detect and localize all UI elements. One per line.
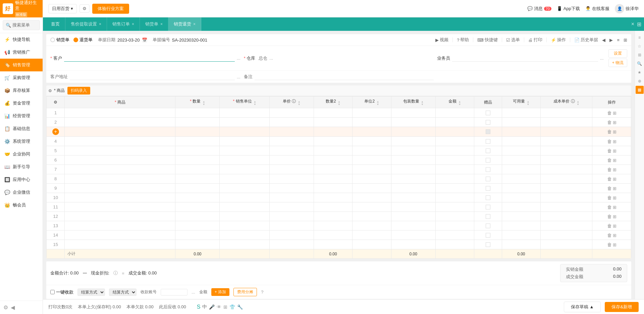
save-draft-btn[interactable]: 保存草稿 ▲ bbox=[564, 302, 601, 312]
cell-gift[interactable] bbox=[474, 212, 502, 221]
add-payment-btn[interactable]: + 添加 bbox=[211, 288, 229, 296]
price-sort-icon[interactable]: ▲▼ bbox=[298, 101, 301, 106]
copy-row-btn[interactable]: ⊞ bbox=[613, 205, 616, 210]
search-menu-area[interactable]: 🔍 搜索菜单 bbox=[0, 17, 43, 33]
fee-split-btn[interactable]: 费用分摊 bbox=[233, 288, 257, 296]
cell-gift[interactable] bbox=[474, 127, 502, 137]
salesperson-dots-btn[interactable]: ... bbox=[600, 56, 604, 61]
table-settings-icon[interactable]: ⚙ bbox=[48, 88, 52, 93]
gift-checkbox[interactable] bbox=[486, 177, 490, 181]
cell-gift[interactable] bbox=[474, 118, 502, 127]
delete-row-btn[interactable]: 🗑 bbox=[607, 139, 612, 144]
unit2-sort-icon[interactable]: ▲▼ bbox=[377, 101, 379, 106]
cell-gift[interactable] bbox=[474, 184, 502, 193]
delete-row-btn[interactable]: 🗑 bbox=[607, 158, 612, 163]
cell-gift[interactable] bbox=[474, 155, 502, 165]
gift-checkbox[interactable] bbox=[486, 148, 490, 153]
right-tb-search[interactable]: 🔍 bbox=[636, 60, 644, 68]
delete-row-btn[interactable]: 🗑 bbox=[607, 129, 612, 134]
cell-gift[interactable] bbox=[474, 165, 502, 174]
copy-row-btn[interactable]: ⊞ bbox=[613, 214, 616, 219]
gift-checkbox[interactable] bbox=[486, 186, 490, 191]
cell-gift[interactable] bbox=[474, 108, 502, 118]
copy-row-btn[interactable]: ⊞ bbox=[613, 120, 616, 125]
tab-sales-order[interactable]: 销售订单 × bbox=[107, 17, 140, 31]
copy-row-btn[interactable]: ⊞ bbox=[613, 195, 616, 200]
footer-icon-5[interactable]: ⊞ bbox=[223, 304, 227, 310]
search-menu-button[interactable]: 🔍 搜索菜单 bbox=[3, 20, 40, 30]
right-tb-grid[interactable]: ⊞ bbox=[636, 51, 644, 59]
footer-icon-4[interactable]: 👁 bbox=[217, 304, 221, 310]
copy-row-btn[interactable]: ⊞ bbox=[613, 129, 616, 134]
one-click-pay-input[interactable] bbox=[50, 290, 55, 294]
calc-method-select[interactable]: 结算方式 bbox=[109, 289, 137, 296]
sidebar-item-purchase[interactable]: 🛒 采购管理 bbox=[0, 71, 43, 84]
copy-row-btn[interactable]: ⊞ bbox=[613, 148, 616, 153]
gift-checkbox[interactable] bbox=[486, 167, 490, 172]
app-download-btn[interactable]: 📱 App下载 bbox=[557, 6, 580, 12]
customer-input[interactable] bbox=[64, 55, 235, 62]
cell-gift[interactable] bbox=[474, 240, 502, 249]
toolbar-history[interactable]: 📄 历史单据 bbox=[574, 37, 598, 43]
customer-dots-btn[interactable]: ... bbox=[237, 56, 240, 61]
toolbar-help[interactable]: ? 帮助 bbox=[457, 37, 469, 43]
toolbar-select[interactable]: ☑ 选单 bbox=[506, 37, 520, 43]
copy-row-btn[interactable]: ⊞ bbox=[613, 167, 616, 172]
remarks-input[interactable] bbox=[255, 73, 434, 80]
delete-row-btn[interactable]: 🗑 bbox=[607, 148, 612, 153]
delete-row-btn[interactable]: 🗑 bbox=[607, 214, 612, 219]
cell-gift[interactable] bbox=[474, 146, 502, 155]
cell-gift[interactable] bbox=[474, 174, 502, 184]
tab-sales[interactable]: 销货单 × bbox=[140, 17, 168, 31]
help-circle-icon[interactable]: ⓘ bbox=[113, 270, 118, 276]
warehouse-dots-btn[interactable]: ... bbox=[269, 56, 273, 61]
delete-row-btn[interactable]: 🗑 bbox=[607, 110, 612, 116]
copy-row-btn[interactable]: ⊞ bbox=[613, 139, 616, 144]
right-tb-add[interactable]: ⊕ bbox=[636, 77, 644, 85]
copy-row-btn[interactable]: ⊞ bbox=[613, 224, 616, 229]
setup-button[interactable]: 设置 bbox=[608, 49, 627, 58]
address-input[interactable] bbox=[70, 73, 235, 80]
right-tb-bookmark[interactable]: ★ bbox=[636, 68, 644, 76]
account-input[interactable] bbox=[161, 289, 187, 296]
gift-checkbox[interactable] bbox=[486, 233, 490, 238]
sidebar-item-operations[interactable]: 📊 经营管理 bbox=[0, 110, 43, 122]
address-dots-btn[interactable]: ... bbox=[237, 74, 240, 79]
pack-sort-icon[interactable]: ▲▼ bbox=[421, 101, 424, 106]
gift-checkbox[interactable] bbox=[486, 120, 490, 125]
copy-row-btn[interactable]: ⊞ bbox=[613, 186, 616, 191]
delete-row-btn[interactable]: 🗑 bbox=[607, 176, 612, 182]
sidebar-item-basic[interactable]: 📋 基础信息 bbox=[0, 122, 43, 135]
delete-row-btn[interactable]: 🗑 bbox=[607, 242, 612, 247]
copy-row-btn[interactable]: ⊞ bbox=[613, 111, 616, 116]
gift-checkbox[interactable] bbox=[486, 129, 490, 134]
sidebar-item-finance[interactable]: 💰 资金管理 bbox=[0, 97, 43, 110]
footer-icon-3[interactable]: 🎤 bbox=[209, 304, 215, 310]
toolbar-video[interactable]: ▶ 视频 bbox=[435, 37, 448, 43]
cell-gift[interactable] bbox=[474, 221, 502, 231]
tabs-close-icon[interactable]: × bbox=[631, 21, 634, 27]
notification-btn[interactable]: 💬 消息 70 bbox=[527, 6, 551, 12]
cell-product[interactable] bbox=[65, 127, 175, 137]
gift-checkbox[interactable] bbox=[486, 139, 490, 144]
gift-checkbox[interactable] bbox=[486, 242, 490, 247]
toolbar-shortcut[interactable]: ⌨ 快捷键 bbox=[477, 37, 498, 43]
delete-row-btn[interactable]: 🗑 bbox=[607, 195, 612, 200]
tab-price-setting[interactable]: 售价提取设置 × bbox=[65, 17, 107, 31]
add-row-btn[interactable]: + bbox=[52, 128, 59, 135]
qty-sort-icon[interactable]: ▲▼ bbox=[203, 101, 205, 106]
sidebar-item-enterprise[interactable]: 🤝 企业协同 bbox=[0, 148, 43, 161]
gift-checkbox[interactable] bbox=[486, 195, 490, 200]
sidebar-item-member[interactable]: 👑 畅会员 bbox=[0, 199, 43, 211]
tab-home[interactable]: 首页 bbox=[46, 17, 65, 31]
experience-button[interactable]: 体验行业方案 bbox=[92, 4, 129, 14]
tabs-expand-icon[interactable]: ⊞ bbox=[637, 21, 641, 27]
toolbar-view-table[interactable]: ≡ bbox=[617, 38, 620, 43]
right-tb-star[interactable]: ☆ bbox=[636, 42, 644, 50]
calendar-icon[interactable]: 📅 bbox=[142, 38, 147, 43]
product-input[interactable] bbox=[67, 129, 173, 134]
cell-gift[interactable] bbox=[474, 202, 502, 212]
sidebar-item-marketing[interactable]: 📢 营销推广 bbox=[0, 46, 43, 59]
copy-row-btn[interactable]: ⊞ bbox=[613, 158, 616, 163]
sidebar-item-sales[interactable]: 🏷️ 销售管理 bbox=[0, 59, 43, 71]
